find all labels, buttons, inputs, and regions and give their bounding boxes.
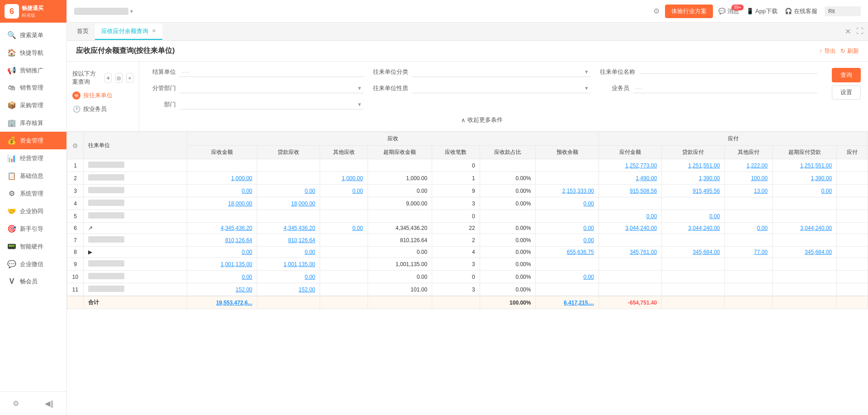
data-cell[interactable]: 1,001,135.00: [257, 258, 320, 271]
data-cell[interactable]: 0.00: [662, 210, 725, 223]
data-cell[interactable]: 3,044,240.00: [599, 223, 661, 234]
data-cell[interactable]: 13.00: [725, 185, 773, 197]
data-cell[interactable]: 1,390.00: [772, 172, 836, 185]
data-cell[interactable]: 0.00: [187, 247, 257, 258]
data-cell[interactable]: [320, 234, 368, 247]
data-cell[interactable]: 0.00: [257, 247, 320, 258]
data-cell[interactable]: [662, 283, 725, 296]
sidebar-item-wechat[interactable]: 💬 企业微信: [0, 255, 66, 273]
data-cell[interactable]: [320, 210, 368, 223]
data-cell[interactable]: 2,153,333.00: [536, 185, 599, 197]
data-cell[interactable]: [772, 283, 836, 296]
data-cell[interactable]: 0.00: [257, 185, 320, 197]
data-cell[interactable]: 1,252,773.00: [599, 159, 661, 172]
data-cell[interactable]: 4,345,436.20: [187, 223, 257, 234]
data-cell[interactable]: 4,345,436.20: [257, 223, 320, 234]
topbar-msg[interactable]: 💬 消息 99+: [718, 7, 739, 15]
data-cell[interactable]: [320, 258, 368, 271]
data-cell[interactable]: [725, 234, 773, 247]
trial-button[interactable]: 体验行业方案: [665, 5, 713, 18]
data-cell[interactable]: [772, 210, 836, 223]
filter-nature-select[interactable]: ▾: [412, 83, 590, 93]
tab-close-window-btn[interactable]: ✕: [844, 26, 852, 37]
collapse-btn[interactable]: ∧ 收起更多条件: [146, 114, 817, 126]
data-cell[interactable]: [320, 271, 368, 283]
data-cell[interactable]: 1,490.00: [599, 172, 661, 185]
data-cell[interactable]: 915,508.56: [599, 185, 661, 197]
data-cell[interactable]: [599, 197, 661, 210]
data-cell[interactable]: 0.00: [536, 197, 599, 210]
tab-home[interactable]: 首页: [71, 24, 95, 40]
data-cell[interactable]: 100.00: [725, 172, 773, 185]
data-cell[interactable]: 0.00: [320, 185, 368, 197]
data-cell[interactable]: [725, 271, 773, 283]
data-cell[interactable]: 0.00: [187, 271, 257, 283]
data-cell[interactable]: [536, 283, 599, 296]
sidebar-settings-btn[interactable]: ⚙: [10, 396, 22, 410]
data-cell[interactable]: 0.00: [772, 185, 836, 197]
tab-query[interactable]: 应收应付余额查询 ✕: [95, 24, 162, 40]
data-cell[interactable]: [772, 197, 836, 210]
data-cell[interactable]: [320, 283, 368, 296]
data-cell[interactable]: [536, 210, 599, 223]
data-cell[interactable]: 0.00: [599, 210, 661, 223]
sidebar-item-sales[interactable]: 🛍 销售管理: [0, 79, 66, 96]
data-cell[interactable]: 1,222.00: [725, 159, 773, 172]
data-cell[interactable]: 1,390.00: [662, 172, 725, 185]
left-panel-item-unit[interactable]: 畅 按往来单位: [67, 89, 139, 102]
settings-button[interactable]: 设置: [832, 85, 861, 100]
data-cell[interactable]: [725, 197, 773, 210]
data-cell[interactable]: [725, 210, 773, 223]
data-cell[interactable]: [662, 197, 725, 210]
data-cell[interactable]: 0.00: [536, 271, 599, 283]
data-cell[interactable]: 3,044,240.00: [772, 223, 836, 234]
data-cell[interactable]: 1,000.00: [320, 172, 368, 185]
data-cell[interactable]: 0.00: [187, 185, 257, 197]
sidebar-item-finance[interactable]: 💰 资金管理: [0, 132, 66, 149]
filter-category-select[interactable]: ▾: [412, 67, 590, 77]
data-cell[interactable]: [662, 271, 725, 283]
data-cell[interactable]: 345,684.00: [772, 247, 836, 258]
data-cell[interactable]: [320, 159, 368, 172]
data-cell[interactable]: 1,000.00: [187, 172, 257, 185]
tab-close-icon[interactable]: ✕: [152, 28, 156, 34]
data-cell[interactable]: [599, 258, 661, 271]
data-cell[interactable]: 655,636.75: [536, 247, 599, 258]
topbar-gear-icon[interactable]: ⚙: [653, 7, 660, 15]
data-cell[interactable]: [257, 159, 320, 172]
sidebar-item-corp[interactable]: 🤝 企业协同: [0, 202, 66, 220]
data-cell[interactable]: [599, 271, 661, 283]
data-cell[interactable]: 0.00: [725, 223, 773, 234]
filter-staff-input[interactable]: ···: [633, 83, 817, 93]
data-cell[interactable]: 18,000.00: [187, 197, 257, 210]
topbar-service[interactable]: 🎧 在线客服: [785, 7, 817, 15]
refresh-button[interactable]: ↻ 刷新: [840, 47, 859, 55]
data-cell[interactable]: [662, 234, 725, 247]
filter-settings-btn[interactable]: ◎: [115, 73, 123, 83]
sidebar-item-operation[interactable]: 📊 经营管理: [0, 149, 66, 167]
data-cell[interactable]: [257, 172, 320, 185]
data-cell[interactable]: 152.00: [257, 283, 320, 296]
data-cell[interactable]: [536, 258, 599, 271]
sidebar-item-device[interactable]: 📟 智能硬件: [0, 238, 66, 255]
left-panel-item-staff[interactable]: 🕐 按业务员: [67, 102, 139, 116]
data-cell[interactable]: 1,251,551.00: [772, 159, 836, 172]
data-cell[interactable]: 810,126.64: [187, 234, 257, 247]
filter-bmdept-select[interactable]: ▾: [179, 100, 364, 110]
data-cell[interactable]: 1,001,135.00: [187, 258, 257, 271]
filter-settlement-input[interactable]: ···: [179, 67, 364, 77]
query-button[interactable]: 查询: [832, 68, 861, 82]
data-cell[interactable]: [320, 197, 368, 210]
data-cell[interactable]: 810,126.64: [257, 234, 320, 247]
data-cell[interactable]: 0.00: [257, 271, 320, 283]
filter-name-input[interactable]: [639, 71, 817, 74]
tab-maximize-btn[interactable]: ⛶: [855, 26, 864, 37]
data-cell[interactable]: [320, 247, 368, 258]
data-cell[interactable]: [772, 234, 836, 247]
data-cell[interactable]: [772, 271, 836, 283]
data-cell[interactable]: [187, 159, 257, 172]
data-cell[interactable]: [772, 258, 836, 271]
sidebar-item-guide[interactable]: 🎯 新手引导: [0, 220, 66, 238]
export-button[interactable]: ↑ 导出: [820, 47, 836, 55]
data-cell[interactable]: 3,044,240.00: [662, 223, 725, 234]
